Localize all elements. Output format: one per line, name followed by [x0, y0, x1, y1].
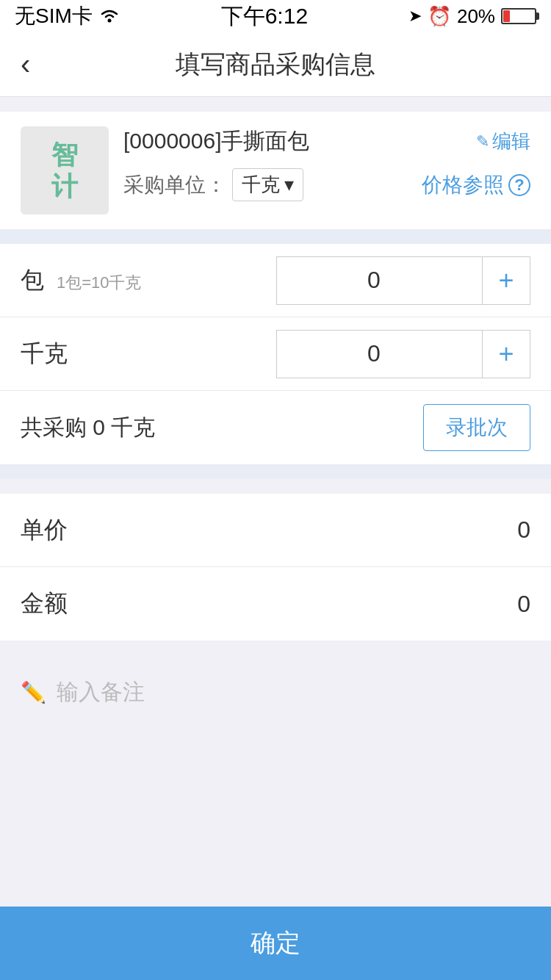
svg-point-0: [107, 19, 111, 23]
product-card: 智 计 [0000006]手撕面包 ✎ 编辑 采购单位： 千克 ▾ 价格参照 ?: [0, 112, 551, 229]
help-icon: ?: [508, 174, 530, 196]
pencil-icon: ✏️: [21, 680, 46, 705]
dropdown-arrow-icon: ▾: [284, 173, 294, 196]
price-ref-label: 价格参照: [422, 171, 504, 199]
amount-row: 金额 0: [0, 567, 551, 641]
bag-input-row: 包 1包=10千克 +: [0, 244, 551, 317]
wifi-icon: [98, 4, 120, 28]
logo-line2: 计: [51, 170, 78, 202]
carrier-text: 无SIM卡: [15, 2, 93, 30]
status-time: 下午6:12: [221, 1, 308, 32]
input-section: 包 1包=10千克 + 千克 +: [0, 244, 551, 391]
page-title: 填写商品采购信息: [176, 48, 375, 82]
unit-price-row: 单价 0: [0, 494, 551, 567]
product-info: [0000006]手撕面包 ✎ 编辑 采购单位： 千克 ▾ 价格参照 ?: [123, 126, 530, 201]
unit-price-label: 单价: [21, 514, 68, 547]
summary-unit: 千克: [111, 415, 155, 439]
section-divider-1: [0, 229, 551, 244]
bag-sub-label: 1包=10千克: [57, 273, 142, 292]
battery-icon: [501, 8, 536, 24]
record-batch-button[interactable]: 录批次: [423, 404, 530, 451]
purchase-unit-row: 采购单位： 千克 ▾ 价格参照 ?: [123, 168, 530, 201]
kg-quantity-input[interactable]: [276, 330, 482, 378]
location-icon: ➤: [408, 7, 422, 26]
edit-label: 编辑: [492, 129, 530, 154]
kg-input-control: +: [276, 330, 530, 378]
bag-plus-button[interactable]: +: [482, 256, 530, 305]
edit-icon: ✎: [476, 132, 489, 151]
summary-text: 共采购 0 千克: [21, 413, 155, 443]
price-section: 单价 0 金额 0: [0, 494, 551, 641]
bag-label: 包: [21, 267, 44, 293]
notes-section[interactable]: ✏️ 输入备注: [0, 655, 551, 729]
product-image: 智 计: [21, 126, 109, 215]
bag-label-group: 包 1包=10千克: [21, 264, 141, 297]
status-right: ➤ ⏰ 20%: [408, 5, 536, 28]
status-bar: 无SIM卡 下午6:12 ➤ ⏰ 20%: [0, 0, 551, 32]
product-name-row: [0000006]手撕面包 ✎ 编辑: [123, 126, 530, 156]
summary-label: 共采购: [21, 415, 87, 439]
section-divider-2: [0, 464, 551, 479]
edit-button[interactable]: ✎ 编辑: [476, 129, 530, 154]
alarm-icon: ⏰: [428, 5, 451, 28]
bag-input-control: +: [276, 256, 530, 305]
back-button[interactable]: ‹: [21, 48, 30, 81]
battery-percentage: 20%: [457, 5, 495, 28]
unit-select[interactable]: 千克 ▾: [232, 168, 303, 201]
product-logo: 智 计: [51, 139, 78, 202]
bag-quantity-input[interactable]: [276, 256, 482, 305]
price-ref-button[interactable]: 价格参照 ?: [422, 171, 530, 199]
summary-value: 0: [93, 415, 105, 439]
kg-label: 千克: [21, 338, 68, 370]
unit-value: 千克: [242, 172, 280, 198]
confirm-button[interactable]: 确定: [0, 907, 551, 980]
kg-plus-button[interactable]: +: [482, 330, 530, 378]
summary-row: 共采购 0 千克 录批次: [0, 391, 551, 464]
notes-placeholder: 输入备注: [57, 677, 145, 707]
kg-input-row: 千克 +: [0, 317, 551, 391]
logo-line1: 智: [51, 139, 78, 170]
unit-price-value: 0: [517, 516, 530, 544]
amount-value: 0: [517, 591, 530, 618]
amount-label: 金额: [21, 588, 68, 620]
product-name: [0000006]手撕面包: [123, 126, 309, 156]
nav-bar: ‹ 填写商品采购信息: [0, 32, 551, 97]
unit-label: 采购单位：: [123, 171, 226, 199]
status-left: 无SIM卡: [15, 2, 120, 30]
